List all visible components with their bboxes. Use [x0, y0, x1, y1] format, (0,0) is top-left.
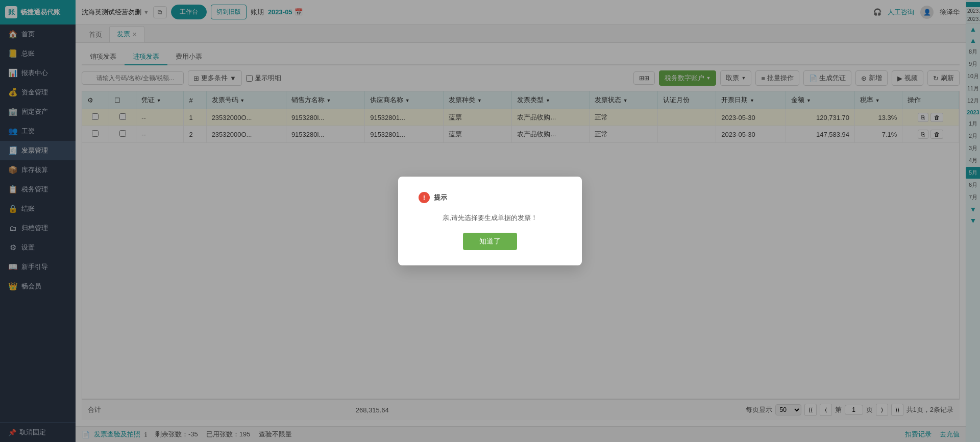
- dialog-title-text: 提示: [434, 193, 447, 202]
- dialog-confirm-button[interactable]: 知道了: [463, 233, 517, 250]
- dialog-message: 亲,请先选择要生成单据的发票！: [443, 213, 537, 223]
- modal-overlay[interactable]: ! 提示 亲,请先选择要生成单据的发票！ 知道了: [0, 0, 980, 442]
- warn-icon: !: [419, 192, 430, 203]
- dialog-title: ! 提示: [419, 192, 447, 203]
- dialog: ! 提示 亲,请先选择要生成单据的发票！ 知道了: [398, 177, 582, 265]
